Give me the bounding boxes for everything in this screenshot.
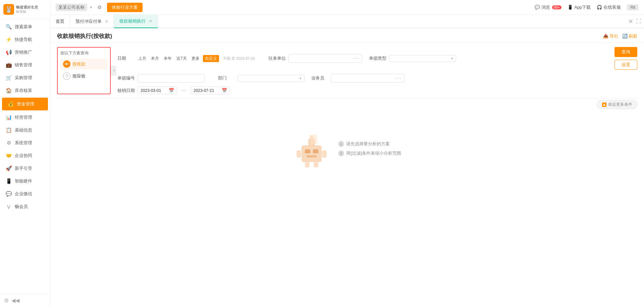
settings-icon[interactable]: ⚙	[4, 297, 9, 304]
staff-more-icon: ···	[395, 75, 401, 81]
sidebar-item-search[interactable]: 🔍 搜索菜单	[0, 20, 50, 33]
page-inner: 收款核销执行(按收款) 📤 导出 🔄 刷新 按以下方案查询	[50, 28, 644, 307]
verify-date-to-input[interactable]	[194, 88, 220, 93]
filter-option-receipt-label: 按收款	[72, 61, 86, 67]
setting-button[interactable]: 设置	[614, 60, 637, 70]
message-label: 消息	[541, 4, 550, 10]
refresh-button[interactable]: 🔄 刷新	[622, 33, 637, 39]
filter-option-by-receivable[interactable]: ⏱ 按应收	[60, 71, 107, 82]
date-shortcuts: 上月 本月 本年 近7天 更多 自定义	[137, 55, 219, 62]
shortcut-more[interactable]: 更多	[190, 55, 201, 62]
filter-row-3: 核销日期 📅 — 📅	[117, 87, 637, 94]
sidebar-item-label: 系统管理	[15, 140, 32, 146]
dept-arrow-icon: ▾	[300, 76, 302, 81]
export-label: 导出	[609, 33, 618, 39]
refresh-label: 刷新	[629, 33, 637, 39]
verify-date-from-wrap: 📅	[138, 87, 177, 94]
system-icon: ⚙	[5, 140, 12, 146]
tab-prepay[interactable]: 预付冲应付单 ✕	[70, 15, 114, 28]
top-header: 某某公司名称 ▾ ⚙ 体验行业方案 💬 消息 99+ 📱 App下载 🎧 在线客…	[50, 0, 644, 15]
date-no-limit: 不限 至 2023-07-26	[223, 56, 255, 61]
verify-date-to-wrap: 📅	[191, 87, 230, 94]
sidebar-item-newbie[interactable]: 🚀 新手引导	[0, 162, 50, 175]
member-icon: V	[5, 204, 12, 210]
shortcut-7days[interactable]: 近7天	[175, 55, 188, 62]
dept-field: 部门 ▾	[218, 75, 305, 82]
shortcut-custom[interactable]: 自定义	[203, 55, 219, 62]
sidebar-item-wechat[interactable]: 💬 企业微信	[0, 188, 50, 200]
shortcut-this-year[interactable]: 本年	[162, 55, 173, 62]
sidebar-item-hardware[interactable]: 📱 智能硬件	[0, 175, 50, 188]
sidebar-item-basic[interactable]: 📋 基础信息	[0, 124, 50, 137]
tab-prepay-close[interactable]: ✕	[105, 19, 108, 24]
app-logo-icon: 🐰	[3, 4, 14, 15]
gear-icon[interactable]: ⚙	[97, 4, 102, 10]
svg-rect-7	[322, 150, 327, 158]
shortcut-last-month[interactable]: 上月	[137, 55, 148, 62]
export-button[interactable]: 📤 导出	[603, 33, 618, 39]
date-field: 日期 上月 本月 本年 近7天 更多 自定义 不限 至 2023-07-26	[117, 55, 255, 62]
empty-tips: 1 请先选择要分析的方案 2 用[过滤]条件来缩小分析范围	[338, 141, 401, 160]
sidebar-item-label: 新手引导	[15, 165, 32, 171]
main-area: 某某公司名称 ▾ ⚙ 体验行业方案 💬 消息 99+ 📱 App下载 🎧 在线客…	[50, 0, 644, 307]
tab-home-label: 首页	[56, 18, 64, 24]
finance-icon: 💰	[7, 101, 14, 107]
collapse-more-button[interactable]: 🔼 收起更多条件	[597, 100, 637, 109]
filter-option-by-receipt[interactable]: 💴 按收款	[60, 59, 107, 69]
filter-form: 日期 上月 本月 本年 近7天 更多 自定义 不限 至 2023-07-26	[117, 47, 637, 94]
sidebar-item-marketing[interactable]: 📢 营销推广	[0, 46, 50, 59]
sidebar-item-purchase[interactable]: 🛒 采购管理	[0, 71, 50, 84]
sidebar-item-inventory[interactable]: 🏠 库存核算	[0, 84, 50, 97]
svg-rect-8	[305, 162, 310, 167]
svg-rect-3	[307, 155, 317, 157]
doc-type-arrow-icon: ▾	[451, 56, 453, 61]
hardware-icon: 📱	[5, 178, 12, 184]
counterpart-select[interactable]: ···	[288, 54, 362, 63]
expand-icon[interactable]: ⛶	[636, 18, 641, 24]
tab-verify-close[interactable]: ✕	[149, 19, 152, 23]
sidebar-item-management[interactable]: 📊 经营管理	[0, 111, 50, 124]
sidebar-item-finance[interactable]: 💰 资金管理	[2, 98, 48, 110]
svg-rect-9	[314, 162, 318, 167]
search-icon: 🔍	[5, 24, 12, 30]
sidebar-item-sales[interactable]: 💼 销售管理	[0, 59, 50, 71]
sidebar-item-shortcut[interactable]: ⚡ 快捷导航	[0, 33, 50, 46]
inventory-icon: 🏠	[5, 88, 12, 94]
staff-label: 业务员	[311, 75, 328, 81]
staff-select[interactable]: ···	[331, 74, 405, 83]
dept-select[interactable]: ▾	[237, 75, 305, 82]
doc-no-input[interactable]	[138, 74, 205, 83]
industry-solution-button[interactable]: 体验行业方案	[107, 3, 143, 12]
doc-type-select[interactable]: ▾	[389, 55, 456, 62]
sidebar-item-label: 基础信息	[15, 127, 32, 133]
close-all-icon[interactable]: ✕	[628, 18, 633, 25]
app-download-button[interactable]: 📱 App下载	[568, 4, 591, 10]
filter-selector-title: 按以下方案查询	[60, 50, 107, 56]
basic-icon: 📋	[5, 127, 12, 133]
sidebar-item-label: 畅会员	[15, 204, 28, 210]
calendar-to-icon[interactable]: 📅	[222, 88, 227, 93]
sidebar-item-system[interactable]: ⚙ 系统管理	[0, 137, 50, 149]
collapse-sidebar-icon[interactable]: ◀◀	[11, 297, 19, 304]
calendar-icon[interactable]: 📅	[169, 88, 174, 93]
logo-text-wrap: 畅捷通好生意 标准版	[16, 5, 38, 14]
verify-date-from-input[interactable]	[141, 88, 167, 93]
filter-action-buttons: 查询 设置	[614, 47, 637, 70]
collapse-filter-button[interactable]: 《	[111, 66, 116, 75]
message-button[interactable]: 💬 消息 99+	[535, 4, 562, 10]
svg-rect-10	[309, 134, 318, 145]
user-avatar[interactable]: Rit	[627, 4, 639, 10]
tab-home[interactable]: 首页	[50, 15, 70, 28]
query-button[interactable]: 查询	[614, 47, 637, 57]
shortcut-this-month[interactable]: 本月	[150, 55, 160, 62]
tab-verify[interactable]: 收款核销执行 ✕	[114, 15, 158, 28]
sidebar-item-member[interactable]: V 畅会员	[0, 200, 50, 213]
collapse-up-icon: 🔼	[602, 102, 607, 107]
chevron-down-icon[interactable]: ▾	[90, 5, 92, 10]
management-icon: 📊	[5, 114, 12, 120]
online-service-button[interactable]: 🎧 在线客服	[597, 4, 621, 10]
sidebar-item-enterprise[interactable]: 🤝 企业协同	[0, 149, 50, 162]
purchase-icon: 🛒	[5, 75, 12, 81]
sidebar-item-label: 库存核算	[15, 88, 32, 94]
sidebar-nav: 🔍 搜索菜单 ⚡ 快捷导航 📢 营销推广 💼 销售管理 🛒 采购管理 🏠 库存核…	[0, 19, 50, 294]
